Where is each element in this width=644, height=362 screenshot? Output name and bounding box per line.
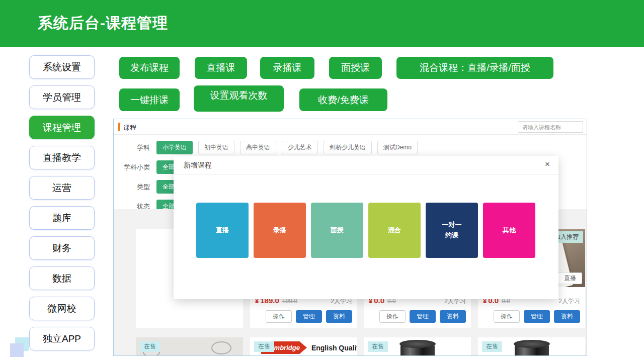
course-image-cambridge: Cambridge English Qualifications 在售 [250, 337, 357, 356]
type-card-mixed[interactable]: 混合 [368, 203, 421, 258]
course-card[interactable]: 在售 [478, 337, 585, 356]
cambridge-title: English Qualifications [311, 344, 357, 352]
set-view-count-button[interactable]: 设置观看次数 [194, 85, 284, 112]
sidebar-item-standalone-app[interactable]: 独立APP [29, 327, 95, 350]
app-header: 系统后台-课程管理 [0, 0, 644, 47]
sidebar-nav: 系统设置 学员管理 课程管理 直播教学 运营 题库 财务 数据 微网校 独立AP… [29, 55, 95, 357]
mixed-course-button[interactable]: 混合课程：直播/录播/面授 [396, 57, 553, 79]
course-type-row: 直播 录播 面授 混合 一对一 约课 其他 [196, 203, 535, 258]
on-sale-badge: 在售 [482, 341, 502, 352]
course-image-cylinder: 在售 [478, 337, 585, 356]
filter-tag-cambridge-kids[interactable]: 剑桥少儿英语 [324, 141, 372, 154]
on-sale-badge: 在售 [140, 341, 160, 352]
course-card[interactable]: 在售 [136, 337, 243, 356]
sidebar-item-data[interactable]: 数据 [29, 266, 95, 290]
filter-label: 类型 [114, 183, 150, 192]
material-button[interactable]: 资料 [554, 310, 580, 323]
type-card-recorded[interactable]: 录播 [254, 203, 306, 258]
filter-tag-test-demo[interactable]: 测试Demo [377, 141, 418, 154]
course-card[interactable]: 在售 [364, 337, 471, 356]
filter-tag-senior-english[interactable]: 高中英语 [240, 141, 276, 154]
type-card-offline[interactable]: 面授 [311, 203, 363, 258]
sidebar-item-live-teaching[interactable]: 直播教学 [29, 146, 95, 169]
material-button[interactable]: 资料 [326, 310, 352, 323]
course-panel-header: 课程 [114, 119, 587, 135]
close-icon[interactable]: × [545, 159, 550, 169]
live-tag[interactable]: 直播 [558, 273, 582, 284]
type-card-other[interactable]: 其他 [483, 203, 535, 258]
filter-tag-primary-english[interactable]: 小学英语 [156, 141, 193, 154]
sidebar-item-question-bank[interactable]: 题库 [29, 206, 95, 230]
sidebar-item-student-management[interactable]: 学员管理 [29, 85, 95, 109]
filter-tag-kids-art[interactable]: 少儿艺术 [282, 141, 318, 154]
type-card-live[interactable]: 直播 [196, 203, 249, 258]
course-image-cylinder: 在售 [364, 337, 471, 356]
filter-label: 学科小类 [114, 163, 150, 172]
one-click-schedule-button[interactable]: 一键排课 [119, 88, 180, 111]
cambridge-logo-row: Cambridge English Qualifications [261, 341, 357, 354]
filter-tag-junior-english[interactable]: 初中英语 [198, 141, 234, 154]
publish-course-button[interactable]: 发布课程 [119, 57, 180, 79]
manage-button[interactable]: 管理 [410, 310, 436, 323]
sidebar-item-finance[interactable]: 财务 [29, 236, 95, 260]
panel-title: 课程 [123, 123, 136, 132]
offline-course-button[interactable]: 面授课 [329, 57, 382, 79]
filter-row-subject: 学科 小学英语 初中英语 高中英语 少儿艺术 剑桥少儿英语 测试Demo [114, 141, 587, 154]
filter-label: 学科 [114, 143, 150, 152]
operate-button[interactable]: 操作 [379, 310, 406, 323]
material-button[interactable]: 资料 [440, 310, 466, 323]
decor-square-lavender [10, 343, 24, 357]
course-image-whiteboard-photo: 在售 [136, 337, 243, 356]
add-course-modal: 新增课程 × 直播 录播 面授 混合 一对一 约课 其他 [174, 156, 558, 299]
sidebar-item-course-management[interactable]: 课程管理 [29, 116, 95, 139]
course-card[interactable]: Cambridge English Qualifications 在售 [250, 337, 357, 356]
sidebar-item-system-settings[interactable]: 系统设置 [29, 55, 95, 79]
students-count: 2人学习 [558, 297, 580, 306]
sidebar-item-operations[interactable]: 运营 [29, 176, 95, 200]
manage-button[interactable]: 管理 [296, 310, 322, 323]
cylinder-object [400, 343, 435, 356]
modal-title: 新增课程 [184, 161, 212, 170]
operate-button[interactable]: 操作 [494, 310, 520, 323]
page-title: 系统后台-课程管理 [38, 13, 168, 34]
on-sale-badge: 在售 [254, 341, 274, 352]
manage-button[interactable]: 管理 [524, 310, 550, 323]
on-sale-badge: 在售 [368, 341, 388, 352]
cylinder-object [515, 343, 549, 356]
panel-accent-bar [118, 123, 120, 131]
live-course-button[interactable]: 直播课 [195, 57, 247, 79]
sidebar-item-micro-school[interactable]: 微网校 [29, 297, 95, 320]
modal-header: 新增课程 × [174, 156, 558, 174]
recorded-course-button[interactable]: 录播课 [260, 57, 314, 79]
course-search-input[interactable] [518, 121, 583, 133]
paid-free-course-button[interactable]: 收费/免费课 [299, 88, 387, 111]
operate-button[interactable]: 操作 [266, 310, 292, 323]
type-card-one-on-one[interactable]: 一对一 约课 [426, 203, 478, 258]
